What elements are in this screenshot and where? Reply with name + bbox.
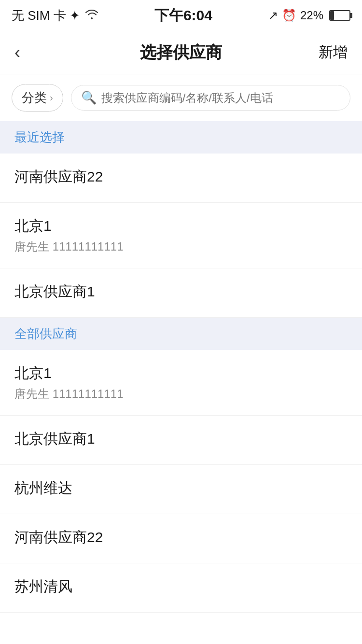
all-section-label: 全部供应商 [14,326,77,341]
item-name: 北京1 [14,216,348,236]
nav-bar: ‹ 选择供应商 新增 [0,31,362,74]
alarm-icon: ⏰ [282,9,296,22]
status-right: ↗ ⏰ 22% [268,9,350,22]
list-item[interactable]: 苏州清风 [0,563,362,613]
search-icon: 🔍 [81,90,97,105]
item-name: 河南供应商22 [14,528,348,547]
item-sub: 唐先生 11111111111 [14,386,348,402]
chevron-right-icon: › [50,92,53,103]
all-section-header: 全部供应商 [0,318,362,350]
list-item[interactable]: 河南供应商22 [0,514,362,563]
battery-pct: 22% [300,9,323,22]
item-sub: 唐先生 11111111111 [14,239,348,254]
list-item[interactable]: 北京供应商1 [0,416,362,465]
recent-section-label: 最近选择 [14,130,65,144]
sim-label: 无 SIM 卡 ✦ [12,7,80,24]
list-item[interactable]: 北京1唐先生 11111111111 [0,350,362,416]
page-title: 选择供应商 [140,42,222,64]
list-item[interactable]: 北京供应商1 [0,268,362,318]
status-left: 无 SIM 卡 ✦ [12,7,98,24]
recent-section-header: 最近选择 [0,121,362,154]
item-name: 河南供应商22 [14,167,348,187]
category-button[interactable]: 分类 › [12,84,63,112]
filter-bar: 分类 › 🔍 [0,74,362,121]
recent-list: 河南供应商22北京1唐先生 11111111111北京供应商1 [0,154,362,318]
item-name: 北京1 [14,364,348,383]
back-button[interactable]: ‹ [14,42,43,63]
status-time: 下午6:04 [154,6,212,26]
wifi-icon [85,8,98,23]
list-item[interactable]: 河南供应商22 [0,154,362,203]
status-bar: 无 SIM 卡 ✦ 下午6:04 ↗ ⏰ 22% [0,0,362,31]
item-name: 杭州维达 [14,478,348,498]
item-name: 苏州清风 [14,577,348,597]
battery-icon [329,10,350,21]
search-input[interactable] [101,91,340,105]
category-label: 分类 [22,89,47,106]
item-name: 北京供应商1 [14,429,348,449]
add-button[interactable]: 新增 [319,42,348,62]
list-item[interactable]: 北京1唐先生 11111111111 [0,203,362,268]
all-list: 北京1唐先生 11111111111北京供应商1杭州维达河南供应商22苏州清风 [0,350,362,613]
item-name: 北京供应商1 [14,282,348,302]
location-icon: ↗ [268,9,278,22]
list-item[interactable]: 杭州维达 [0,465,362,514]
search-box: 🔍 [71,85,350,111]
